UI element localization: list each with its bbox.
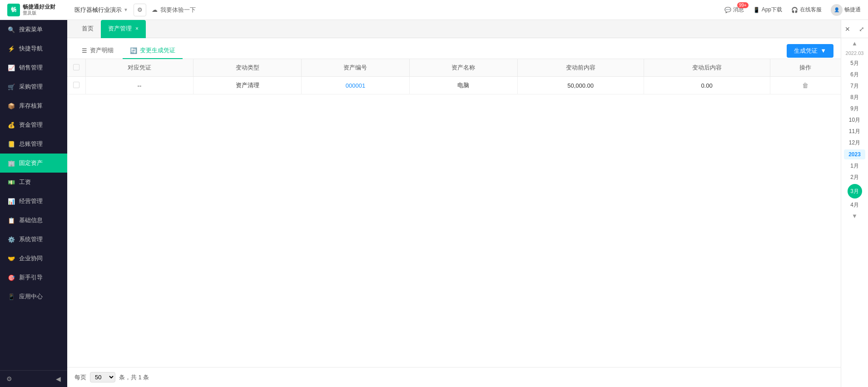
month-item-6[interactable]: 6月	[841, 69, 868, 80]
select-all-checkbox[interactable]	[73, 64, 79, 70]
sidebar-item-label: 基础信息	[19, 216, 43, 224]
row-asset-name: 电脑	[409, 77, 517, 94]
inventory-icon: 📦	[7, 102, 15, 110]
month-item-8[interactable]: 8月	[841, 92, 868, 103]
messages-button[interactable]: 💬 消息 99+	[724, 6, 744, 14]
sidebar-item-guide[interactable]: 🎯 新手引导	[0, 268, 67, 287]
th-after-change: 变动后内容	[644, 59, 770, 77]
table-icon: ☰	[82, 47, 87, 54]
sidebar-item-label: 经营管理	[19, 197, 43, 205]
asset-table: 对应凭证 变动类型 资产编号 资产名称 变动前内容 变动后内容 操作	[67, 59, 841, 94]
basic-info-icon: 📋	[7, 216, 15, 224]
main-content: 首页 资产管理 × ☰ 资产明细 🔄 变更生成凭证 生成凭证	[67, 20, 841, 387]
settings-button[interactable]: ⚙	[134, 4, 146, 16]
th-checkbox	[67, 59, 85, 77]
sidebar-item-sales[interactable]: 📈 销售管理	[0, 58, 67, 77]
month-item-5[interactable]: 5月	[841, 58, 868, 69]
table-row: -- 资产清理 000001 电脑 50,000.00 0.00 🗑	[67, 77, 841, 94]
tab-close-icon[interactable]: ×	[135, 25, 139, 32]
customer-service-button[interactable]: 🎧 在线客服	[791, 6, 822, 14]
fixed-assets-icon: 🏢	[7, 159, 15, 167]
sub-tab-change-voucher-label: 变更生成凭证	[140, 46, 175, 55]
sub-tab-asset-detail[interactable]: ☰ 资产明细	[74, 43, 121, 59]
sidebar: 🔍 搜索菜单 ⚡ 快捷导航 📈 销售管理 🛒 采购管理 📦 库存核算 💰	[0, 20, 67, 387]
delete-button[interactable]: 🗑	[802, 82, 808, 89]
total-text: 条，共 1 条	[119, 373, 149, 382]
generate-voucher-button[interactable]: 生成凭证 ▼	[787, 44, 833, 58]
month-item-7[interactable]: 7月	[841, 80, 868, 92]
sidebar-collapse-icon[interactable]: ◀	[56, 375, 61, 382]
experience-label: 我要体验一下	[160, 6, 196, 14]
sidebar-item-label: 采购管理	[19, 83, 43, 91]
sidebar-item-payroll[interactable]: 💵 工资	[0, 173, 67, 192]
sidebar-item-label: 固定资产	[19, 159, 43, 167]
sidebar-item-label: 总账管理	[19, 140, 43, 148]
tab-asset-management[interactable]: 资产管理 ×	[101, 20, 146, 38]
sidebar-item-operations[interactable]: 📊 经营管理	[0, 192, 67, 211]
sub-tab-bar: ☰ 资产明细 🔄 变更生成凭证 生成凭证 ▼	[67, 38, 841, 59]
month-item-2023-1[interactable]: 1月	[841, 160, 868, 172]
month-item-2023-4[interactable]: 4月	[841, 199, 868, 211]
row-checkbox[interactable]	[73, 82, 79, 88]
sidebar-settings-icon[interactable]: ⚙	[6, 375, 12, 382]
month-item-12[interactable]: 12月	[841, 137, 868, 149]
row-checkbox-cell	[67, 77, 85, 94]
sidebar-item-label: 企业协同	[19, 254, 43, 263]
finance-icon: 💰	[7, 121, 15, 129]
sub-tab-change-voucher[interactable]: 🔄 变更生成凭证	[123, 43, 183, 59]
row-change-type: 资产清理	[193, 77, 302, 94]
header-center: 医疗器械行业演示 ▼ ⚙ ☁ 我要体验一下	[74, 4, 724, 16]
scroll-up-button[interactable]: ▲	[841, 38, 868, 49]
row-action: 🗑	[770, 77, 841, 94]
enterprise-icon: 🤝	[7, 254, 15, 263]
purchase-icon: 🛒	[7, 83, 15, 91]
month-item-11[interactable]: 11月	[841, 126, 868, 137]
guide-icon: 🎯	[7, 273, 15, 282]
sidebar-item-enterprise[interactable]: 🤝 企业协同	[0, 249, 67, 268]
sidebar-item-basic-info[interactable]: 📋 基础信息	[0, 211, 67, 230]
sidebar-item-quick-nav[interactable]: ⚡ 快捷导航	[0, 39, 67, 58]
month-item-10[interactable]: 10月	[841, 114, 868, 126]
experience-button[interactable]: ☁ 我要体验一下	[152, 6, 196, 14]
sidebar-item-label: 资金管理	[19, 121, 43, 129]
sidebar-item-inventory[interactable]: 📦 库存核算	[0, 96, 67, 115]
row-before-change: 50,000.00	[517, 77, 644, 94]
company-selector[interactable]: 医疗器械行业演示 ▼	[74, 6, 128, 14]
operations-icon: 📊	[7, 197, 15, 205]
th-before-change: 变动前内容	[517, 59, 644, 77]
tab-home[interactable]: 首页	[74, 20, 101, 38]
sidebar-item-ledger[interactable]: 📒 总账管理	[0, 134, 67, 154]
close-panel-icon[interactable]: ✕	[845, 25, 850, 33]
message-icon: 💬	[724, 7, 731, 13]
cloud-icon: ☁	[152, 6, 158, 13]
sidebar-item-apps[interactable]: 📱 应用中心	[0, 287, 67, 306]
sidebar-item-system[interactable]: ⚙️ 系统管理	[0, 230, 67, 249]
user-menu[interactable]: 👤 畅捷通	[831, 4, 861, 16]
company-arrow-icon: ▼	[124, 7, 128, 12]
content-area: ☰ 资产明细 🔄 变更生成凭证 生成凭证 ▼	[67, 38, 841, 387]
app-download-label: App下载	[762, 6, 782, 14]
service-icon: 🎧	[791, 7, 798, 13]
year-label-2022: 2022.03	[841, 49, 868, 58]
sidebar-item-label: 新手引导	[19, 273, 43, 282]
month-item-2023-2[interactable]: 2月	[841, 172, 868, 183]
month-item-9[interactable]: 9月	[841, 103, 868, 114]
app-download-button[interactable]: 📱 App下载	[753, 6, 782, 14]
page-size-select[interactable]: 50 10 20 100	[90, 372, 115, 382]
sidebar-item-search[interactable]: 🔍 搜索菜单	[0, 20, 67, 39]
sidebar-item-purchase[interactable]: 🛒 采购管理	[0, 77, 67, 96]
payroll-icon: 💵	[7, 178, 15, 186]
logo-icon: 畅	[7, 4, 20, 16]
sidebar-scroll: 🔍 搜索菜单 ⚡ 快捷导航 📈 销售管理 🛒 采购管理 📦 库存核算 💰	[0, 20, 67, 370]
scroll-down-button[interactable]: ▼	[841, 211, 868, 221]
sidebar-item-finance[interactable]: 💰 资金管理	[0, 115, 67, 134]
ledger-icon: 📒	[7, 140, 15, 148]
tab-bar: 首页 资产管理 ×	[67, 20, 841, 38]
per-page-label: 每页	[74, 373, 86, 382]
sidebar-item-fixed-assets[interactable]: 🏢 固定资产	[0, 154, 67, 173]
sidebar-item-label: 系统管理	[19, 235, 43, 243]
expand-panel-icon[interactable]: ⤢	[859, 25, 864, 33]
month-item-2023-3[interactable]: 3月	[848, 184, 862, 198]
year-2023-label[interactable]: 2023	[844, 149, 865, 159]
sidebar-item-label: 销售管理	[19, 64, 43, 72]
